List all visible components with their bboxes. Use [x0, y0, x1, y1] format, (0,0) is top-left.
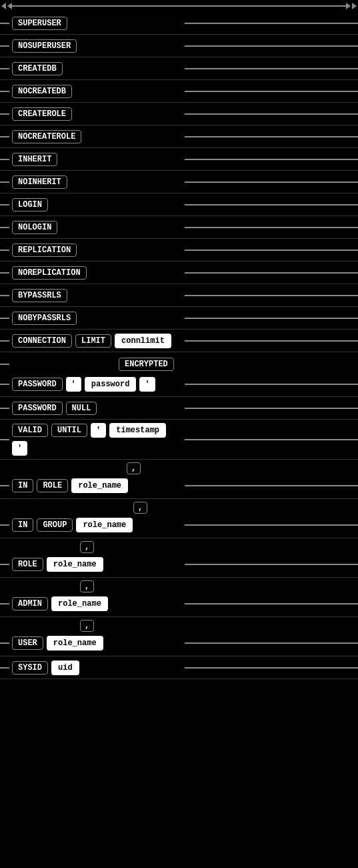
row-nocreatedb: NOCREATEDB — [0, 80, 358, 103]
line-end — [354, 204, 358, 205]
line-right — [185, 603, 355, 604]
row-content2: PASSWORD ' password ' — [9, 376, 185, 393]
line-end — [354, 564, 358, 565]
arrow-right2-icon — [352, 3, 357, 9]
token-timestamp: timestamp — [109, 423, 166, 438]
row-noinherit: NOINHERIT — [0, 171, 358, 193]
line-end — [354, 68, 358, 69]
line-left — [0, 642, 9, 644]
token-noreplication: NOREPLICATION — [12, 266, 87, 280]
row-nocreaterole: NOCREATEROLE — [0, 125, 358, 148]
line-end — [354, 227, 358, 228]
line-left — [0, 45, 9, 47]
row-content: INHERIT — [9, 151, 185, 167]
comma-loop-admin: , — [0, 579, 358, 594]
token-password2: PASSWORD — [12, 402, 63, 415]
line-right — [185, 159, 355, 160]
line-right — [185, 439, 355, 440]
line-left — [0, 68, 9, 69]
row-content: ADMIN role_name — [9, 595, 185, 612]
line-left — [0, 524, 9, 526]
line-right — [185, 318, 355, 319]
row-replication: REPLICATION — [0, 239, 358, 262]
line-right — [185, 524, 355, 526]
row-sysid: SYSID uid — [0, 657, 358, 679]
row-content: NOLOGIN — [9, 220, 185, 236]
token-role-name-5: role_name — [47, 636, 103, 650]
line-left — [0, 295, 9, 296]
token-login: LOGIN — [12, 198, 48, 211]
line-left2 — [0, 384, 9, 385]
line-left — [0, 364, 9, 365]
row-createrole: CREATEROLE — [0, 103, 358, 125]
row-content: SUPERUSER — [9, 15, 185, 31]
line-left — [0, 91, 9, 92]
line-end — [354, 340, 358, 342]
line-right — [185, 485, 355, 486]
comma-loop-in-role: , — [0, 461, 358, 476]
token-null: NULL — [66, 402, 97, 415]
row-content: NOSUPERUSER — [9, 38, 185, 54]
line-left — [0, 23, 9, 24]
line-right — [185, 23, 355, 24]
row-login: LOGIN — [0, 193, 358, 216]
token-replication: REPLICATION — [12, 244, 77, 257]
line-left — [0, 485, 9, 486]
line-left — [0, 250, 9, 251]
line-left — [0, 564, 9, 565]
row-content: SYSID uid — [9, 659, 185, 677]
line-right — [185, 272, 355, 274]
line-left — [0, 159, 9, 160]
row-content: CREATEROLE — [9, 106, 185, 122]
line-right — [185, 564, 355, 565]
row-content: REPLICATION — [9, 242, 185, 258]
line-right — [185, 181, 355, 183]
token-createdb: CREATEDB — [12, 62, 63, 75]
row-bypassrls: BYPASSRLS — [0, 284, 358, 307]
comma-loop-in-group: , — [0, 500, 358, 515]
row-content: NOCREATEROLE — [9, 129, 185, 145]
token-role-kw: ROLE — [37, 479, 68, 492]
token-noinherit: NOINHERIT — [12, 175, 67, 189]
row-in-group: IN GROUP role_name — [0, 515, 358, 535]
row-superuser: SUPERUSER — [0, 12, 358, 35]
line-right — [185, 227, 355, 228]
line-end — [354, 667, 358, 669]
token-quote3: ' — [91, 423, 106, 438]
row-password-null: PASSWORD NULL — [0, 397, 358, 420]
row-password-group: ENCRYPTED PASSWORD ' password ' — [0, 352, 358, 397]
row-password-bottom: PASSWORD ' password ' — [0, 374, 358, 394]
line-left — [0, 113, 9, 115]
line-end — [354, 113, 358, 115]
token-role-name-1: role_name — [71, 478, 128, 493]
line-left — [0, 603, 9, 604]
row-content: CREATEDB — [9, 61, 185, 77]
token-superuser: SUPERUSER — [12, 17, 67, 30]
row-createdb: CREATEDB — [0, 57, 358, 80]
diagram-container: SUPERUSER NOSUPERUSER CREATEDB NOCREATED… — [0, 0, 358, 679]
line-left — [0, 318, 9, 319]
token-group-kw: GROUP — [37, 518, 73, 532]
line-left — [0, 136, 9, 137]
token-admin: ADMIN — [12, 597, 48, 610]
token-role-name-3: role_name — [47, 557, 103, 572]
line-left — [0, 340, 9, 342]
token-nocreaterole: NOCREATEROLE — [12, 130, 81, 143]
line-left — [0, 439, 9, 440]
row-content: ENCRYPTED — [9, 356, 358, 372]
line-end — [354, 45, 358, 47]
line-end — [354, 408, 358, 409]
token-connection: CONNECTION — [12, 334, 72, 348]
token-valid: VALID — [12, 424, 48, 437]
token-comma-in-group: , — [133, 502, 147, 514]
line-end — [354, 485, 358, 486]
line-end — [354, 642, 358, 644]
token-quote4: ' — [12, 441, 27, 456]
line-end — [354, 318, 358, 319]
line-right — [185, 136, 355, 137]
token-connlimit: connlimit — [115, 334, 171, 348]
token-password-var: password — [85, 377, 137, 392]
token-encrypted: ENCRYPTED — [119, 358, 174, 371]
row-content: VALID UNTIL ' timestamp ' — [9, 422, 185, 457]
line-right — [185, 250, 355, 251]
